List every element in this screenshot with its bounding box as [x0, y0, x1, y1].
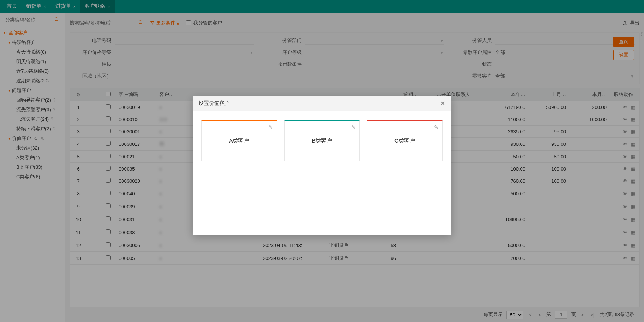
value-card-label: B类客户 [312, 137, 332, 144]
edit-icon[interactable]: ✎ [268, 124, 273, 130]
modal-close-icon[interactable]: ✕ [440, 99, 445, 107]
value-card[interactable]: ✎B类客户 [284, 120, 360, 161]
value-customer-modal: 设置价值客户 ✕ ✎A类客户✎B类客户✎C类客户 [193, 96, 451, 235]
value-card-label: A类客户 [229, 137, 249, 144]
value-card-label: C类客户 [394, 137, 415, 144]
value-card[interactable]: ✎C类客户 [367, 120, 443, 161]
edit-icon[interactable]: ✎ [351, 124, 356, 130]
modal-title: 设置价值客户 [199, 100, 230, 107]
edit-icon[interactable]: ✎ [434, 124, 438, 130]
value-card[interactable]: ✎A类客户 [201, 120, 277, 161]
